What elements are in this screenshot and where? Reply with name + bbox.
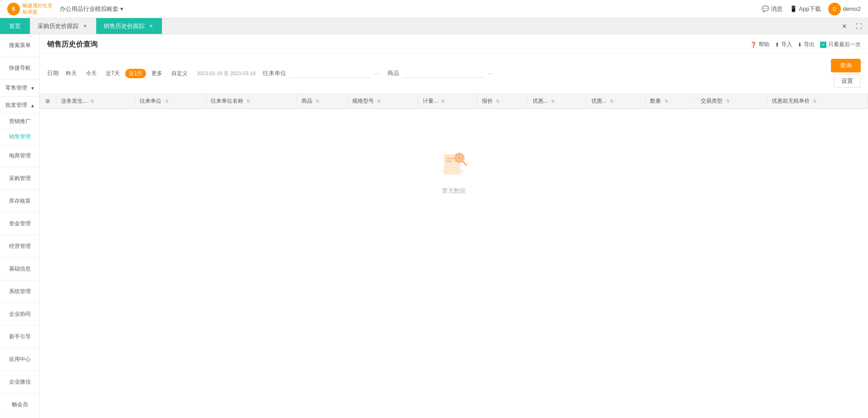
date-btn-more[interactable]: 更多 [148,69,166,78]
tab-maximize-btn[interactable]: ⛶ [854,21,864,32]
tab-sales-label: 销售历史价跟踪 [104,22,145,30]
svg-rect-2 [446,158,455,159]
sidebar-item-ecommerce[interactable]: 电商管理 [0,145,39,167]
sort-discount1: ⇅ [551,99,555,104]
tab-bar-actions: ✕ ⛶ [835,18,868,34]
sidebar-item-member[interactable]: 畅会员 [0,394,39,416]
import-icon: ⬆ [775,42,779,48]
message-icon: 💬 [762,5,769,12]
sidebar-item-guide[interactable]: 新手引导 [0,326,39,348]
date-btn-last7[interactable]: 近7天 [102,69,123,78]
date-btn-last1m[interactable]: 近1月 [125,69,146,78]
account-selector[interactable]: 办公用品行业模拟账套 ▾ [56,3,127,15]
tab-sales-history[interactable]: 销售历史价跟踪 ✕ [96,18,162,34]
sidebar-subitem-sales-mgmt[interactable]: 销售管理 [0,129,39,145]
sort-qty: ⇅ [665,99,668,104]
filter-right: 查询 设置 [831,59,861,88]
data-table: ⚙ 业务发生... ⇅ 往来单位 ⇅ 往来单位名称 [40,94,868,109]
partner-dots[interactable]: ··· [375,70,380,77]
sidebar-item-quick-nav[interactable]: 快捷导航 [0,57,39,80]
col-biz-date[interactable]: 业务发生... ⇅ [56,94,135,109]
sidebar-item-search-menu[interactable]: 搜索菜单 [0,34,39,57]
svg-line-5 [463,162,467,165]
date-range-text: 2023-02-18 至 2023-03-18 [197,70,255,77]
col-discount1[interactable]: 优惠... ⇅ [528,94,586,109]
tab-home[interactable]: 首页 [0,18,30,34]
sidebar-item-app-center[interactable]: 应用中心 [0,348,39,371]
sidebar-item-basic-info[interactable]: 基础信息 [0,258,39,280]
col-spec[interactable]: 规格型号 ⇅ [347,94,418,109]
goods-dots[interactable]: ··· [488,70,493,77]
date-filter-group: 日期 昨天 今天 近7天 近1月 更多 自定义 2023-02-18 至 202… [47,69,255,78]
tab-purchase-close[interactable]: ✕ [81,23,89,30]
content-area: 销售历史价查询 ❓ 帮助 ⬆ 导入 ⬇ 导出 ✓ [40,34,868,418]
empty-state: 暂无数据 [40,109,868,231]
tab-purchase-history[interactable]: 采购历史价跟踪 ✕ [30,18,96,34]
header-left: 6 畅捷通好生意 标准版 办公用品行业模拟账套 ▾ [7,3,127,15]
col-pre-tax[interactable]: 优惠前无税单价 ⇅ [767,94,868,109]
app-download-btn[interactable]: 📱 App下载 [790,5,821,13]
sort-partner-code: ⇅ [165,99,169,104]
only-last-checkbox[interactable]: ✓ [820,42,826,48]
chevron-down-icon: ▾ [120,5,123,12]
sidebar-item-finance[interactable]: 资金管理 [0,213,39,235]
import-btn[interactable]: ⬆ 导入 [775,41,792,48]
col-discount2[interactable]: 优惠... ⇅ [586,94,645,109]
sort-goods: ⇅ [316,99,319,104]
only-last-checkbox-area[interactable]: ✓ 只看最后一次 [820,41,861,48]
col-partner-name[interactable]: 往来单位名称 ⇅ [206,94,297,109]
table-container: ⚙ 业务发生... ⇅ 往来单位 ⇅ 往来单位名称 [40,94,868,418]
sidebar-item-system[interactable]: 系统管理 [0,280,39,303]
export-btn[interactable]: ⬇ 导出 [797,41,815,48]
help-btn[interactable]: ❓ 帮助 [750,41,769,48]
sidebar-item-wechat[interactable]: 企业微信 [0,371,39,394]
quick-nav-label: 快捷导航 [9,64,31,72]
col-unit[interactable]: 计量... ⇅ [418,94,477,109]
tab-close-all-btn[interactable]: ✕ [839,21,850,32]
sort-pre-tax: ⇅ [813,99,816,104]
sort-spec: ⇅ [377,99,381,104]
sidebar-item-wholesale[interactable]: 批发管理 ▴ [0,97,39,114]
col-qty[interactable]: 数量 ⇅ [646,94,696,109]
filter-bar: 日期 昨天 今天 近7天 近1月 更多 自定义 2023-02-18 至 202… [40,53,868,94]
sort-discount2: ⇅ [610,99,613,104]
sidebar-subitem-marketing[interactable]: 营销推广 [0,114,39,129]
export-icon: ⬇ [797,42,802,48]
date-btn-today[interactable]: 今天 [82,69,100,78]
main-layout: 搜索菜单 快捷导航 零售管理 ▾ 批发管理 ▴ 营销推广 销售管理 电商管理 采… [0,34,868,418]
settings-button[interactable]: 设置 [834,74,861,88]
logo-area: 6 畅捷通好生意 标准版 [7,3,52,15]
tab-sales-close[interactable]: ✕ [147,23,155,30]
col-trade-type[interactable]: 交易类型 ⇅ [696,94,767,109]
goods-input[interactable] [403,69,484,78]
empty-icon [436,145,472,181]
sort-trade-type: ⇅ [726,99,730,104]
only-last-label: 只看最后一次 [828,41,861,48]
partner-label: 往来单位 [263,69,286,77]
help-icon: ❓ [750,42,757,48]
sidebar-item-operations[interactable]: 经营管理 [0,235,39,258]
empty-text: 暂无数据 [442,187,466,195]
sidebar-item-inventory[interactable]: 库存核算 [0,190,39,213]
phone-icon: 📱 [790,5,797,12]
tab-home-label: 首页 [9,22,21,30]
query-button[interactable]: 查询 [831,59,861,72]
partner-filter-group: 往来单位 ··· [263,69,380,78]
sort-biz-date: ⇅ [90,99,94,104]
message-btn[interactable]: 💬 消息 [762,5,783,13]
col-goods[interactable]: 商品 ⇅ [297,94,347,109]
partner-input[interactable] [290,69,371,78]
sidebar-item-retail[interactable]: 零售管理 ▾ [0,80,39,97]
col-quote[interactable]: 报价 ⇅ [477,94,528,109]
col-settings[interactable]: ⚙ [40,94,56,109]
header-right: 💬 消息 📱 App下载 D demo2 [762,3,861,15]
date-btn-yesterday[interactable]: 昨天 [62,69,80,78]
col-partner-code[interactable]: 往来单位 ⇅ [135,94,206,109]
sidebar-item-enterprise[interactable]: 企业协同 [0,303,39,326]
user-area[interactable]: D demo2 [828,3,861,15]
sidebar-item-purchase[interactable]: 采购管理 [0,167,39,190]
sidebar: 搜索菜单 快捷导航 零售管理 ▾ 批发管理 ▴ 营销推广 销售管理 电商管理 采… [0,34,40,418]
date-btn-custom[interactable]: 自定义 [168,69,191,78]
wholesale-arrow: ▴ [31,102,34,109]
gear-icon: ⚙ [45,98,50,104]
